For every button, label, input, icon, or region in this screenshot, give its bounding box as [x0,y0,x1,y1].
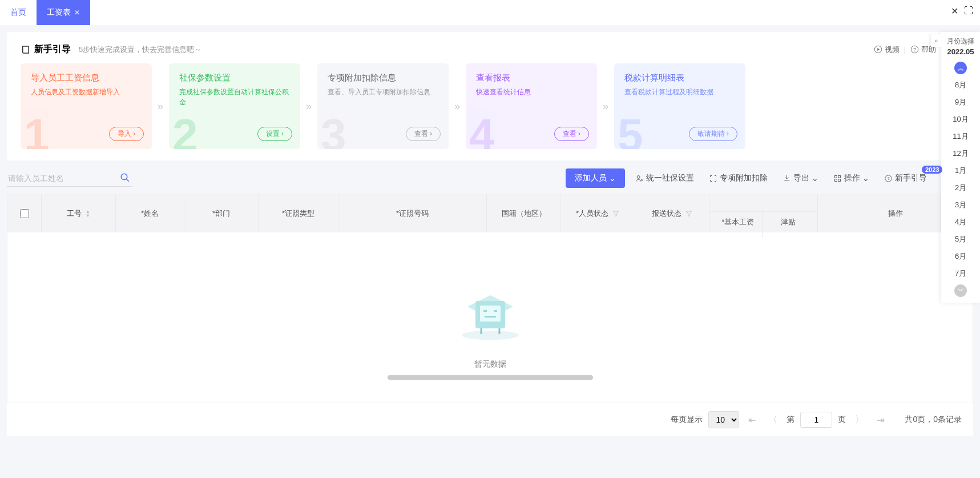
chevron-down-icon: ⌄ [862,174,869,183]
svg-rect-10 [838,179,841,181]
col-name[interactable]: *姓名 [116,194,184,232]
user-gear-icon [635,174,644,183]
empty-state: 暂无数据 [7,232,973,403]
per-page-select[interactable]: 10 [708,411,739,428]
chevron-down-icon: ⌄ [609,174,616,183]
fullscreen-icon[interactable]: ⛶ [964,6,973,17]
view-button[interactable]: 查看 › [406,127,441,141]
col-allowance[interactable]: 津贴 [765,207,813,238]
svg-text:?: ? [887,176,889,181]
step-social: 社保参数设置 完成社保参数设置自动计算社保公积金 2 设置 › [169,63,300,149]
svg-rect-8 [838,175,841,178]
col-country[interactable]: 国籍（地区） [487,194,561,232]
view-button[interactable]: 查看 › [554,127,589,141]
svg-rect-16 [483,310,487,312]
video-link[interactable]: 视频 [874,45,900,55]
guide-title-text: 新手引导 [34,43,71,55]
step-number: 4 [469,109,493,149]
col-dept[interactable]: *部门 [184,194,259,232]
step-title: 税款计算明细表 [624,73,735,83]
operate-link[interactable]: 操作 ⌄ [829,173,874,183]
step-desc: 查看、导入员工专项附加扣除信息 [328,87,438,97]
select-all-checkbox[interactable] [20,209,29,218]
svg-rect-15 [480,306,501,322]
search-icon[interactable] [120,172,130,183]
month-item[interactable]: 10月 [941,111,980,128]
month-item[interactable]: 2023 1月 [941,162,980,179]
scroll-up-button[interactable]: ︽ [954,62,967,74]
month-item[interactable]: 11月 [941,128,980,145]
coming-soon-button[interactable]: 敬请期待 › [689,127,737,141]
chevron-right-icon: » [154,101,167,113]
book-icon [21,45,31,55]
month-item[interactable]: 6月 [941,248,980,265]
guide-header: 新手引导 5步快速完成设置，快去完善信息吧～ 视频 | ? 帮助 ✕ [21,43,959,55]
col-status[interactable]: *人员状态 [561,194,635,232]
step-title: 导入员工工资信息 [31,73,142,83]
export-link[interactable]: 导出 ⌄ [778,173,823,183]
month-item[interactable]: 7月 [941,265,980,282]
social-settings-link[interactable]: 统一社保设置 [631,173,699,183]
step-desc: 查看税款计算过程及明细数据 [624,87,735,97]
scan-icon [709,174,717,183]
guide-panel: 新手引导 5步快速完成设置，快去完善信息吧～ 视频 | ? 帮助 ✕ 导入员工工… [7,32,973,160]
step-title: 查看报表 [476,73,587,83]
pagination: 每页显示 10 ⇤ 〈 第 页 〉 ⇥ 共0页，0条记录 [7,403,973,436]
col-salary-group: *基本工资 津贴 [709,194,818,232]
svg-rect-17 [494,310,497,312]
step-number: 1 [24,109,47,149]
add-person-button[interactable]: 添加人员 ⌄ [566,168,625,188]
col-idno[interactable]: *证照号码 [338,194,487,232]
scroll-down-button[interactable]: ︾ [954,284,967,297]
step-report: 查看报表 快速查看统计信息 4 查看 › [466,63,597,149]
col-employee-id[interactable]: 工号▲▼ [42,194,116,232]
close-icon[interactable]: ✕ [74,9,80,17]
month-item[interactable]: 3月 [941,196,980,214]
help-icon: ? [910,45,919,54]
divider: | [904,45,906,54]
month-item[interactable]: 5月 [941,231,980,248]
settings-button[interactable]: 设置 › [257,127,292,141]
month-item[interactable]: 12月 [941,145,980,162]
guide-steps: 导入员工工资信息 人员信息及工资数据新增导入 1 导入 › » 社保参数设置 完… [21,63,959,149]
month-item[interactable]: 2月 [941,179,980,196]
page-input[interactable] [800,412,832,428]
filter-icon [612,210,620,218]
step-title: 专项附加扣除信息 [328,73,438,83]
step-title: 社保参数设置 [179,73,290,83]
page-suffix: 页 [838,415,846,425]
next-page-button[interactable]: 〉 [852,414,868,426]
svg-line-4 [126,179,129,182]
col-report[interactable]: 报送状态 [635,194,709,232]
collapse-icon[interactable]: » [931,34,941,47]
table: 工号▲▼ *姓名 *部门 *证照类型 *证照号码 国籍（地区） *人员状态 报送… [7,194,973,403]
pager-summary: 共0页，0条记录 [905,415,962,425]
month-item[interactable]: 8月 [941,77,980,94]
svg-text:?: ? [913,47,916,53]
step-desc: 快速查看统计信息 [476,87,587,97]
month-selector-panel: » 月份选择 2022.05 ︽ 8月 9月 10月 11月 12月 2023 … [941,32,980,303]
step-number: 3 [321,109,344,149]
tabs-bar: 首页 工资表 ✕ [0,0,980,25]
month-item[interactable]: 9月 [941,94,980,111]
horizontal-scrollbar[interactable] [388,375,593,380]
first-page-button[interactable]: ⇤ [745,415,759,425]
guide-link[interactable]: ? 新手引导 [880,173,931,183]
svg-point-6 [641,179,643,181]
search-input[interactable] [7,170,132,187]
col-base-salary[interactable]: *基本工资 [714,207,763,238]
col-idtype[interactable]: *证照类型 [259,194,338,232]
close-icon[interactable]: ✕ [951,6,958,17]
prev-page-button[interactable]: 〈 [765,414,781,426]
month-item[interactable]: 4月 [941,214,980,231]
tab-home[interactable]: 首页 [0,0,37,25]
step-deduction: 专项附加扣除信息 查看、导入员工专项附加扣除信息 3 查看 › [317,63,449,149]
deduction-link[interactable]: 专项附加扣除 [704,173,772,183]
table-header: 工号▲▼ *姓名 *部门 *证照类型 *证照号码 国籍（地区） *人员状态 报送… [7,194,973,232]
tab-payroll[interactable]: 工资表 ✕ [37,0,90,25]
import-button[interactable]: 导入 › [109,127,144,141]
empty-icon [450,267,530,347]
help-icon: ? [884,174,893,183]
last-page-button[interactable]: ⇥ [873,415,888,425]
select-all-cell [7,194,42,232]
